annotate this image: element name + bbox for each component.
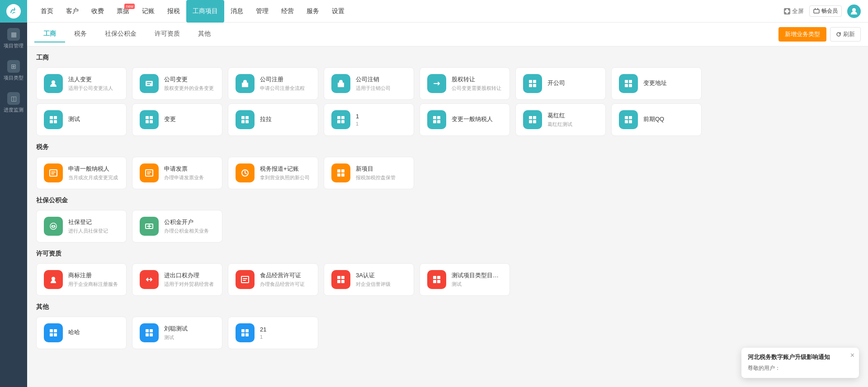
card-3a-cert[interactable]: 3A认证 对企业信誉评级 bbox=[324, 263, 414, 296]
section-title-tax: 税务 bbox=[36, 143, 859, 151]
topnav-right: 全屏 畅会员 bbox=[784, 5, 861, 18]
card-food-license[interactable]: 食品经营许可证 办理食品经营许可证 bbox=[228, 263, 318, 296]
sidebar-logo[interactable] bbox=[0, 0, 27, 23]
tab-tax[interactable]: 税务 bbox=[65, 26, 96, 42]
sidebar-item-progress-monitor[interactable]: ◫ 进度监测 bbox=[0, 87, 27, 119]
section-title-license: 许可资质 bbox=[36, 250, 859, 258]
card-apply-taxpayer-desc: 当月或次月成变更完成 bbox=[68, 174, 119, 181]
card-equity-transfer[interactable]: 股权转让 公司变更需要股权转让 bbox=[420, 67, 510, 100]
card-apply-taxpayer[interactable]: 申请一般纳税人 当月或次月成变更完成 bbox=[36, 157, 127, 189]
card-company-change[interactable]: 公司变更 股权变更外的业务变更 bbox=[132, 67, 222, 100]
svg-rect-60 bbox=[341, 280, 344, 283]
card-test[interactable]: 测试 bbox=[36, 103, 127, 136]
project-type-icon: ⊞ bbox=[7, 60, 20, 73]
license-card-grid: 商标注册 用于企业商标注册服务 进出口权办理 适用于对外贸易经营者 bbox=[36, 263, 859, 296]
legal-change-icon bbox=[44, 74, 63, 93]
add-type-button[interactable]: 新增业务类型 bbox=[778, 27, 826, 42]
nav-operation[interactable]: 经营 bbox=[275, 0, 300, 23]
svg-rect-58 bbox=[341, 276, 344, 279]
notification-popup: × 河北税务数字账户升级影响通知 尊敬的用户： bbox=[741, 348, 859, 378]
card-lala-name: 拉拉 bbox=[260, 115, 311, 123]
card-front-qq[interactable]: 前期QQ bbox=[611, 103, 702, 136]
nav-bookkeeping[interactable]: 记账 bbox=[136, 0, 161, 23]
lala-icon bbox=[236, 110, 255, 129]
tab-industry[interactable]: 工商 bbox=[34, 26, 65, 42]
card-open-company[interactable]: 开公司 bbox=[515, 67, 606, 100]
notification-close-button[interactable]: × bbox=[850, 351, 854, 359]
ticket-badge: new bbox=[124, 4, 135, 9]
card-new-project[interactable]: 新项目 报税加税控盘保管 bbox=[324, 157, 414, 189]
card-liu-test-name: 刘聪测试 bbox=[164, 325, 215, 333]
card-company-register[interactable]: 公司注册 申请公司注册全流程 bbox=[228, 67, 318, 100]
apply-taxpayer-icon bbox=[44, 163, 63, 182]
fullscreen-label: 全屏 bbox=[792, 7, 804, 15]
card-mahonghong-desc: 葛红红测试 bbox=[547, 121, 598, 128]
card-legal-change-desc: 适用于公司变更法人 bbox=[68, 85, 119, 92]
card-company-change-desc: 股权变更外的业务变更 bbox=[164, 85, 215, 92]
card-import-export[interactable]: 进出口权办理 适用于对外贸易经营者 bbox=[132, 263, 222, 296]
new-project-icon bbox=[331, 163, 350, 182]
open-company-icon bbox=[523, 74, 542, 93]
member-button[interactable]: 畅会员 bbox=[809, 5, 842, 17]
card-company-change-name: 公司变更 bbox=[164, 75, 215, 84]
svg-rect-34 bbox=[437, 116, 440, 119]
card-haha[interactable]: 哈哈 bbox=[36, 317, 127, 349]
sidebar-item-project-mgmt[interactable]: ▦ 项目管理 bbox=[0, 23, 27, 55]
nav-manage[interactable]: 管理 bbox=[250, 0, 275, 23]
nav-client[interactable]: 客户 bbox=[60, 0, 85, 23]
card-company-cancel[interactable]: 公司注销 适用于注销公司 bbox=[324, 67, 414, 100]
card-social-register[interactable]: 社保登记 进行人员社保登记 bbox=[36, 210, 127, 242]
card-import-export-name: 进出口权办理 bbox=[164, 271, 215, 280]
mahonghong-icon bbox=[523, 110, 542, 129]
svg-rect-6 bbox=[147, 84, 150, 85]
nav-ticket[interactable]: 票据 new bbox=[110, 0, 136, 23]
card-change[interactable]: 变更 bbox=[132, 103, 222, 136]
user-avatar[interactable] bbox=[847, 5, 861, 18]
card-apply-invoice[interactable]: 申请发票 办理申请发票业务 bbox=[132, 157, 222, 189]
tabs-row: 工商 税务 社保公积金 许可资质 其他 bbox=[34, 26, 220, 42]
social-card-grid: 社保登记 进行人员社保登记 公积金开户 办理公积金相关业务 bbox=[36, 210, 859, 242]
svg-rect-29 bbox=[337, 116, 340, 119]
card-lala[interactable]: 拉拉 bbox=[228, 103, 318, 136]
card-twenty-one[interactable]: 21 1 bbox=[228, 317, 318, 349]
card-liu-test[interactable]: 刘聪测试 测试 bbox=[132, 317, 222, 349]
sidebar: ▦ 项目管理 ⊞ 项目类型 ◫ 进度监测 bbox=[0, 0, 27, 387]
tab-social[interactable]: 社保公积金 bbox=[96, 26, 146, 42]
one-icon bbox=[331, 110, 350, 129]
nav-service[interactable]: 服务 bbox=[300, 0, 326, 23]
card-mahonghong[interactable]: 葛红红 葛红红测试 bbox=[515, 103, 606, 136]
sidebar-item-project-type[interactable]: ⊞ 项目类型 bbox=[0, 55, 27, 87]
nav-billing[interactable]: 收费 bbox=[85, 0, 110, 23]
refresh-button[interactable]: 刷新 bbox=[830, 27, 861, 42]
svg-rect-37 bbox=[529, 116, 532, 119]
nav-home[interactable]: 首页 bbox=[34, 0, 60, 23]
svg-rect-7 bbox=[242, 83, 248, 87]
card-change-address[interactable]: 变更地址 bbox=[611, 67, 702, 100]
change-taxpayer-icon bbox=[427, 110, 446, 129]
card-tax-report[interactable]: 税务报道+记账 拿到营业执照的新公司 bbox=[228, 157, 318, 189]
nav-settings[interactable]: 设置 bbox=[326, 0, 351, 23]
nav-message[interactable]: 消息 bbox=[224, 0, 250, 23]
svg-rect-25 bbox=[241, 116, 245, 119]
svg-rect-4 bbox=[146, 81, 153, 86]
card-new-project-name: 新项目 bbox=[356, 165, 406, 173]
tab-license[interactable]: 许可资质 bbox=[146, 26, 189, 42]
notification-title: 河北税务数字账户升级影响通知 bbox=[748, 353, 853, 361]
tax-report-icon bbox=[236, 163, 255, 182]
svg-point-2 bbox=[852, 8, 856, 12]
nav-industry[interactable]: 工商项目 bbox=[186, 0, 224, 23]
svg-rect-74 bbox=[245, 329, 249, 332]
sidebar-item-project-type-label: 项目类型 bbox=[4, 75, 24, 81]
tab-other[interactable]: 其他 bbox=[189, 26, 220, 42]
svg-rect-59 bbox=[337, 280, 340, 283]
nav-tax[interactable]: 报税 bbox=[161, 0, 186, 23]
card-fund-account[interactable]: 公积金开户 办理公积金相关业务 bbox=[132, 210, 222, 242]
card-test-type[interactable]: 测试项目类型目定义 测试 bbox=[420, 263, 510, 296]
fullscreen-button[interactable]: 全屏 bbox=[784, 7, 804, 15]
card-one[interactable]: 1 1 bbox=[324, 103, 414, 136]
card-trademark[interactable]: 商标注册 用于企业商标注册服务 bbox=[36, 263, 127, 296]
apply-invoice-icon bbox=[140, 163, 159, 182]
svg-rect-69 bbox=[146, 329, 149, 332]
card-change-taxpayer[interactable]: 变更一般纳税人 bbox=[420, 103, 510, 136]
card-legal-change[interactable]: 法人变更 适用于公司变更法人 bbox=[36, 67, 127, 100]
